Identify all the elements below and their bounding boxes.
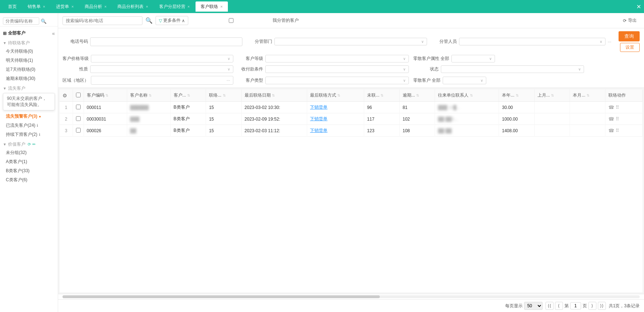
sidebar-section-churn[interactable]: ▼ 流失客户 xyxy=(0,83,58,92)
filter-input-phone[interactable] xyxy=(90,37,242,46)
row-action-2[interactable]: ☎ ⠿ xyxy=(605,125,643,137)
export-btn[interactable]: ⟳ 导出 xyxy=(620,16,640,25)
filter-select-retail-attr[interactable]: ∨ xyxy=(451,55,495,62)
sidebar-item-ungrouped[interactable]: 未分组(32) xyxy=(0,148,58,157)
sidebar-search-input[interactable] xyxy=(3,17,39,25)
sidebar-item-churn-warning[interactable]: 流失预警客户(3) ● xyxy=(0,112,58,121)
row-method-link-0[interactable]: 下销货单 xyxy=(310,105,327,110)
collapse-btn[interactable]: « xyxy=(52,31,55,36)
tab-analysis-close[interactable]: × xyxy=(104,4,106,9)
row-checkbox-cell-2[interactable] xyxy=(73,125,84,137)
row-action-more-0[interactable]: ⠿ xyxy=(616,105,619,110)
all-customers-header[interactable]: ⊞ 全部客户 « xyxy=(0,29,58,38)
col-checkbox-header[interactable] xyxy=(73,89,84,102)
tab-home[interactable]: 首页 xyxy=(3,1,22,12)
sidebar-item-class-b[interactable]: B类客户(33) xyxy=(0,166,58,175)
filter-select-dept[interactable]: ∨ xyxy=(274,38,427,45)
scroll-thumb[interactable] xyxy=(63,295,380,298)
overdue-sort-icon[interactable]: ⇅ xyxy=(416,93,419,97)
sidebar-search-icon[interactable]: 🔍 xyxy=(41,19,47,24)
my-customers-checkbox-label[interactable]: 我分管的客户 xyxy=(191,17,299,24)
filter-select-price-level[interactable]: ∨ xyxy=(91,55,233,62)
filter-select-person[interactable]: ∨ xyxy=(459,38,605,45)
unit-contact-sort-icon[interactable]: ⇅ xyxy=(470,93,473,97)
query-btn[interactable]: 查询 xyxy=(619,31,640,41)
sidebar-item-overdue[interactable]: 逾期未联络(30) xyxy=(0,74,58,83)
person-more-dots[interactable]: ··· xyxy=(608,39,611,44)
filter-select-nature[interactable]: ∨ xyxy=(90,65,233,73)
tab-customer-contact-close[interactable]: × xyxy=(220,4,222,9)
sidebar-item-today[interactable]: 今天待联络(0) xyxy=(0,47,58,56)
my-customers-checkbox[interactable] xyxy=(191,18,271,23)
tab-sales-close[interactable]: × xyxy=(43,4,45,9)
sidebar-section-value[interactable]: ▼ 价值客户 ⟳ ✏ xyxy=(0,139,58,148)
region-more-dots[interactable]: ··· xyxy=(226,78,230,83)
row-action-more-1[interactable]: ⠿ xyxy=(616,116,619,122)
row-checkbox-cell-1[interactable] xyxy=(73,113,84,125)
row-action-more-2[interactable]: ⠿ xyxy=(616,128,619,133)
code-sort-icon[interactable]: ⇅ xyxy=(105,93,108,97)
filter-select-status[interactable]: ∨ xyxy=(441,65,584,73)
sidebar-item-class-a[interactable]: A类客户(1) xyxy=(0,157,58,166)
value-refresh-icon[interactable]: ⟳ xyxy=(28,142,31,147)
filter-select-region[interactable]: ··· xyxy=(91,76,233,85)
filter-select-customer-level[interactable]: ∨ xyxy=(265,55,408,62)
last-page-btn[interactable]: ⟩⟩ xyxy=(598,302,606,310)
next-page-btn[interactable]: ⟩ xyxy=(588,302,596,310)
search-btn[interactable]: 🔍 xyxy=(145,17,153,24)
search-input[interactable] xyxy=(63,16,142,25)
sidebar-item-declining[interactable]: 持续下滑客户(2) ℹ xyxy=(0,130,58,139)
row-checkbox-cell-0[interactable] xyxy=(73,102,84,113)
sidebar-item-churned[interactable]: 已流失客户(24) ℹ xyxy=(0,121,58,130)
window-close-btn[interactable]: ✕ xyxy=(636,3,641,10)
select-all-checkbox[interactable] xyxy=(76,93,81,97)
table-gear-icon[interactable]: ⚙ xyxy=(63,93,67,98)
first-page-btn[interactable]: ⟨⟨ xyxy=(546,302,554,310)
filter-select-payment[interactable]: ∨ xyxy=(265,65,408,73)
sidebar-item-class-c[interactable]: C类客户(6) xyxy=(0,175,58,185)
tab-analysis[interactable]: 商品分析 × xyxy=(80,1,112,12)
sidebar-section-pending[interactable]: ▼ 待联络客户 xyxy=(0,38,58,47)
row-action-contact-1[interactable]: ☎ xyxy=(608,116,614,122)
tab-customer-seg[interactable]: 客户分层经营 × xyxy=(154,1,195,12)
type-sort-icon[interactable]: ⇅ xyxy=(187,93,190,97)
row-last-method-1[interactable]: 下销货单 xyxy=(307,113,364,125)
row-action-contact-2[interactable]: ☎ xyxy=(608,128,614,133)
tab-customer-seg-close[interactable]: × xyxy=(188,4,190,9)
filter-select-retail-customer[interactable]: ∨ xyxy=(443,77,486,84)
this-year-sort-icon[interactable]: ⇅ xyxy=(516,93,519,97)
contact-sort-icon[interactable]: ⇅ xyxy=(223,93,226,97)
tab-analysis-list-close[interactable]: × xyxy=(146,4,148,9)
sidebar-item-tomorrow[interactable]: 明天待联络(1) xyxy=(0,56,58,65)
row-checkbox-1[interactable] xyxy=(76,116,81,121)
row-checkbox-0[interactable] xyxy=(76,105,81,109)
row-action-1[interactable]: ☎ ⠿ xyxy=(605,113,643,125)
name-sort-icon[interactable]: ⇅ xyxy=(149,93,152,97)
row-last-method-2[interactable]: 下销货单 xyxy=(307,125,364,137)
settings-btn[interactable]: 设置 xyxy=(620,43,640,52)
value-edit-icon[interactable]: ✏ xyxy=(32,142,36,147)
tab-sales[interactable]: 销售单 × xyxy=(23,1,50,12)
no-contact-sort-icon[interactable]: ⇅ xyxy=(381,93,383,97)
last-method-sort-icon[interactable]: ⇅ xyxy=(337,93,340,97)
per-page-select[interactable]: 50 100 200 xyxy=(524,302,543,310)
row-action-0[interactable]: ☎ ⠿ xyxy=(605,102,643,113)
tab-purchase-close[interactable]: × xyxy=(71,4,73,9)
this-month-sort-icon[interactable]: ⇅ xyxy=(587,93,589,97)
row-checkbox-2[interactable] xyxy=(76,128,81,133)
page-input[interactable] xyxy=(570,302,581,309)
sidebar-item-week[interactable]: 近7天待联络(0) xyxy=(0,65,58,74)
last-month-sort-icon[interactable]: ⇅ xyxy=(551,93,554,97)
more-filter-btn[interactable]: ▽ 更多条件 ∧ xyxy=(156,16,188,25)
tab-customer-contact[interactable]: 客户联络 × xyxy=(196,1,228,12)
last-date-sort-icon[interactable]: ⇅ xyxy=(272,93,275,97)
filter-select-customer-type[interactable]: ∨ xyxy=(265,77,408,84)
row-method-link-1[interactable]: 下销货单 xyxy=(310,116,327,121)
horizontal-scrollbar[interactable] xyxy=(58,294,644,299)
col-gear[interactable]: ⚙ xyxy=(60,89,73,102)
row-method-link-2[interactable]: 下销货单 xyxy=(310,128,327,133)
tab-analysis-list[interactable]: 商品分析列表 × xyxy=(112,1,153,12)
row-action-contact-0[interactable]: ☎ xyxy=(608,105,614,110)
tab-purchase[interactable]: 进货单 × xyxy=(51,1,79,12)
row-last-method-0[interactable]: 下销货单 xyxy=(307,102,364,113)
